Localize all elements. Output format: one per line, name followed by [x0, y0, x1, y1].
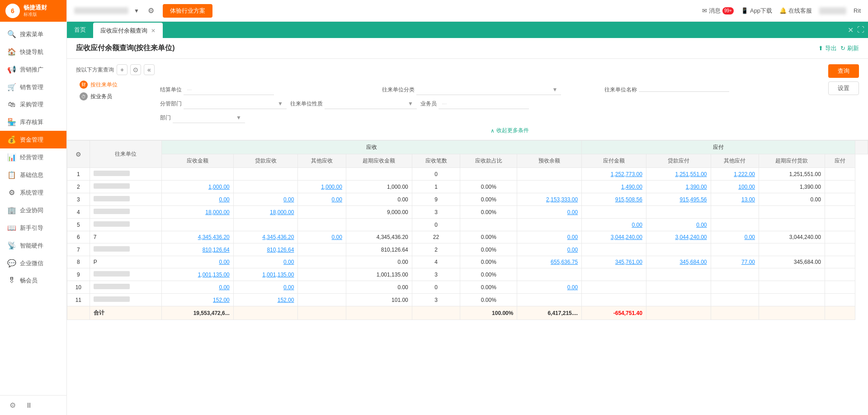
sidebar-item-enterprise[interactable]: 🏢 企业协同: [0, 201, 66, 219]
settings-btn[interactable]: 设置: [828, 81, 859, 95]
add-scheme-btn[interactable]: +: [117, 64, 127, 75]
filter-partner-nature-input[interactable]: ▼: [325, 99, 417, 109]
sidebar-collapse-btn[interactable]: ⏸: [22, 398, 36, 413]
page-header: 应收应付余额查询(按往来单位) ⬆ 导出 ↻ 刷新: [67, 38, 868, 59]
sidebar-item-label: 畅会员: [20, 277, 38, 285]
collapse-label: 收起更多条件: [496, 127, 529, 134]
export-btn[interactable]: ⬆ 导出: [818, 44, 837, 52]
collapse-scheme-btn[interactable]: «: [144, 64, 155, 75]
ar-other-cell: [298, 294, 346, 306]
row-num: 3: [67, 193, 90, 206]
app-download-btn[interactable]: 📱 App下载: [741, 7, 772, 15]
ar-loan-cell: 0.00: [233, 281, 298, 294]
settings-gear-icon[interactable]: ⚙: [145, 5, 157, 17]
sidebar-item-sales[interactable]: 🛒 销售管理: [0, 78, 66, 96]
extra-header: [855, 141, 868, 154]
collapse-more-btn[interactable]: ∧ 收起更多条件: [160, 125, 859, 136]
sidebar-item-finance[interactable]: 💰 资金管理: [0, 131, 66, 148]
member-icon: 🎖: [7, 277, 16, 285]
user-avatar[interactable]: [819, 7, 846, 14]
filter-dept-label: 部门: [160, 114, 171, 122]
ar-prepay-cell: 0.00: [517, 231, 582, 243]
scheme-item-partner[interactable]: 财 按往来单位: [76, 79, 155, 91]
sidebar-item-member[interactable]: 🎖 畅会员: [0, 272, 66, 289]
sidebar-item-quick-nav[interactable]: 🏠 快捷导航: [0, 43, 66, 61]
message-btn[interactable]: ✉ 消息 99+: [702, 7, 734, 15]
ap-overdue-cell: [759, 294, 825, 306]
ar-loan-cell: 4,345,436.20: [233, 231, 298, 243]
ar-count-header: 应收笔数: [412, 154, 460, 168]
ap-loan-cell: 0.00: [646, 219, 711, 231]
sidebar-item-label: 采购管理: [20, 100, 43, 109]
sidebar-item-inventory[interactable]: 🏪 库存核算: [0, 113, 66, 131]
tab-ar-ap-query[interactable]: 应收应付余额查询 ✕: [93, 23, 163, 39]
sidebar-item-wechat[interactable]: 💬 企业微信: [0, 254, 66, 272]
ap-loan-cell: 1,251,551.00: [646, 168, 711, 181]
window-expand-icon[interactable]: ⛶: [857, 26, 864, 34]
smart-hw-icon: 📡: [7, 241, 16, 250]
ar-ratio-cell: 0.00%: [460, 193, 517, 206]
ap-loan-cell: [646, 206, 711, 219]
filter-partner-name-input[interactable]: [639, 88, 729, 92]
ap-other-cell: 1,222.00: [711, 168, 759, 181]
window-close-icon[interactable]: ✕: [848, 26, 854, 34]
tab-home[interactable]: 首页: [67, 22, 93, 38]
online-service-btn[interactable]: 🔔 在线客服: [779, 7, 812, 15]
sidebar-settings-btn[interactable]: ⚙: [5, 398, 20, 413]
filter-scheme-label: 按以下方案查询: [76, 66, 114, 74]
sidebar-item-marketing[interactable]: 📢 营销推广: [0, 61, 66, 78]
table-settings-header[interactable]: ⚙: [67, 141, 90, 168]
sidebar-item-label: 智能硬件: [20, 242, 43, 250]
ar-prepay-cell: [517, 294, 582, 306]
sidebar-item-label: 营销推广: [20, 66, 43, 74]
ap-overdue-cell: [759, 243, 825, 256]
filter-settlement-input[interactable]: ···: [184, 85, 274, 95]
ar-count-cell: 4: [412, 256, 460, 268]
partner-cell: [90, 268, 161, 281]
sidebar-item-smart-hw[interactable]: 📡 智能硬件: [0, 237, 66, 254]
partner-cell: [90, 243, 161, 256]
filter-partner-name-label: 往来单位名称: [604, 86, 637, 94]
scheme-item-salesperson[interactable]: ⏱ 按业务员: [76, 91, 155, 102]
ap-overdue-cell: 3,044,240.00: [759, 231, 825, 243]
ap-loan-cell: [646, 268, 711, 281]
ap-extra-cell: [825, 219, 855, 231]
sidebar-item-system[interactable]: ⚙ 系统管理: [0, 184, 66, 201]
ar-count-cell: 9: [412, 193, 460, 206]
ap-extra-header: 应付: [825, 154, 855, 168]
sidebar-item-purchase[interactable]: 🛍 采购管理: [0, 96, 66, 113]
tab-bar: 首页 应收应付余额查询 ✕ ✕ ⛶: [67, 22, 868, 38]
sidebar-item-label: 经营管理: [20, 153, 43, 162]
table-settings-icon[interactable]: ⚙: [75, 151, 81, 158]
filter-dept-input[interactable]: ▼: [173, 113, 245, 123]
sidebar-item-guide[interactable]: 📖 新手引导: [0, 219, 66, 237]
scheme-salesperson-icon: ⏱: [80, 92, 88, 100]
sidebar-item-label: 系统管理: [20, 189, 43, 197]
sidebar-item-label: 企业协同: [20, 206, 43, 215]
row-num: 8: [67, 256, 90, 268]
sidebar-item-search-menu[interactable]: 🔍 搜索菜单: [0, 25, 66, 43]
edit-scheme-btn[interactable]: ⊙: [130, 64, 141, 75]
ar-overdue-cell: [346, 168, 412, 181]
filter-partner-category-input[interactable]: ▼: [416, 85, 561, 95]
filter-salesperson-input[interactable]: ···: [439, 99, 529, 109]
ap-amount-cell: [582, 206, 646, 219]
query-btn[interactable]: 查询: [828, 64, 859, 78]
refresh-btn[interactable]: ↻ 刷新: [840, 44, 859, 52]
purchase-icon: 🛍: [7, 100, 16, 109]
sidebar-item-base-info[interactable]: 📋 基础信息: [0, 166, 66, 184]
breadcrumb-chevron-icon[interactable]: ▼: [134, 8, 139, 14]
user-name[interactable]: Rit: [854, 7, 861, 14]
tab-close-icon[interactable]: ✕: [151, 28, 156, 34]
solution-btn[interactable]: 体验行业方案: [163, 4, 212, 18]
ap-overdue-cell: 1,390.00: [759, 181, 825, 193]
ap-other-cell: 100.00: [711, 181, 759, 193]
ar-other-header: 其他应收: [298, 154, 346, 168]
ar-overdue-cell: 810,126.64: [346, 243, 412, 256]
row-num: 1: [67, 168, 90, 181]
filter-dept-mgr-input[interactable]: ▼: [184, 99, 287, 109]
footer-settings-col: [67, 306, 90, 320]
footer-ap-other: [711, 306, 759, 320]
sidebar-item-operations[interactable]: 📊 经营管理: [0, 148, 66, 166]
scheme-partner-icon: 财: [80, 81, 88, 89]
